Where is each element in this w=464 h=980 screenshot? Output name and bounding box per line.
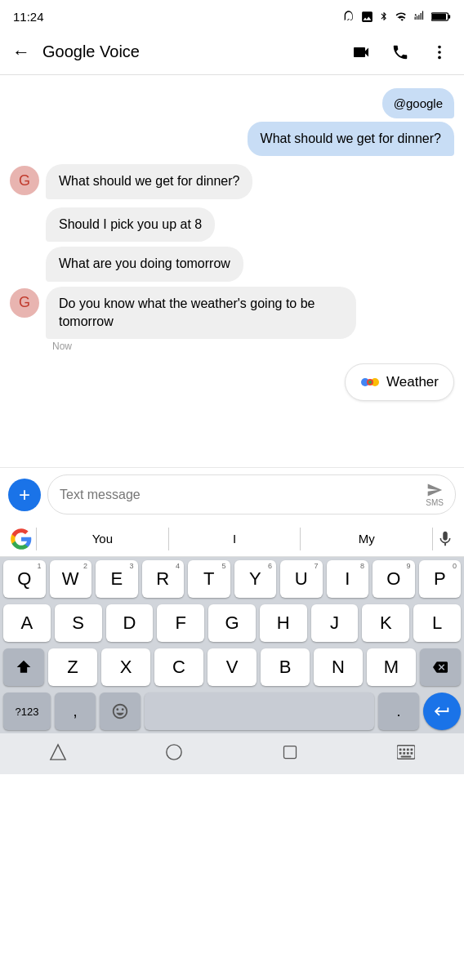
backspace-key[interactable] xyxy=(420,648,461,686)
key-q[interactable]: 1Q xyxy=(3,560,46,598)
more-icon xyxy=(431,43,448,61)
emoji-icon xyxy=(111,702,129,720)
phone-call-button[interactable] xyxy=(382,34,418,70)
nav-recents-icon xyxy=(282,744,298,760)
wifi-icon xyxy=(394,11,408,22)
shift-key[interactable] xyxy=(3,648,44,686)
key-j[interactable]: J xyxy=(311,604,359,642)
nav-keyboard-icon xyxy=(397,745,415,760)
suggestion-divider-2 xyxy=(168,528,169,550)
svg-rect-2 xyxy=(432,13,446,20)
keyboard-row-1: 1Q 2W 3E 4R 5T 6Y 7U 8I 9O 0P xyxy=(0,557,464,601)
shift-icon xyxy=(16,659,32,675)
key-w[interactable]: 2W xyxy=(50,560,92,598)
key-u[interactable]: 7U xyxy=(280,560,323,598)
key-h[interactable]: H xyxy=(260,604,307,642)
suggestion-my[interactable]: My xyxy=(304,532,429,546)
home-nav-button[interactable] xyxy=(154,740,194,764)
svg-rect-22 xyxy=(401,756,412,758)
key-r[interactable]: 4R xyxy=(142,560,185,598)
received-bubble-pickup: Should I pick you up at 8 xyxy=(46,207,215,242)
avatar-g-2: G xyxy=(10,288,39,318)
key-e[interactable]: 3E xyxy=(96,560,138,598)
svg-rect-20 xyxy=(407,752,409,755)
comma-key[interactable]: , xyxy=(55,693,96,730)
svg-rect-15 xyxy=(403,748,405,751)
key-k[interactable]: K xyxy=(362,604,409,642)
backspace-icon xyxy=(431,660,449,675)
chat-area: @google What should we get for dinner? G… xyxy=(0,75,464,467)
key-z[interactable]: Z xyxy=(48,648,97,686)
back-button[interactable]: ← xyxy=(3,34,39,70)
back-nav-button[interactable] xyxy=(38,740,78,764)
key-p[interactable]: 0P xyxy=(419,560,462,598)
symbols-key[interactable]: ?123 xyxy=(3,693,51,730)
recents-nav-button[interactable] xyxy=(270,740,310,764)
key-b[interactable]: B xyxy=(261,648,310,686)
key-m[interactable]: M xyxy=(367,648,416,686)
photo-icon xyxy=(360,10,374,24)
mic-icon xyxy=(436,530,454,548)
video-icon xyxy=(351,42,371,62)
suggestion-divider-4 xyxy=(432,528,433,550)
page-title: Google Voice xyxy=(39,42,343,61)
add-attachment-button[interactable]: + xyxy=(8,479,41,511)
svg-point-5 xyxy=(438,56,441,59)
more-options-button[interactable] xyxy=(422,34,457,70)
video-call-button[interactable] xyxy=(343,34,379,70)
key-x[interactable]: X xyxy=(101,648,150,686)
key-y[interactable]: 6Y xyxy=(234,560,277,598)
google-assistant-icon xyxy=(360,372,380,392)
enter-icon xyxy=(433,702,451,720)
keyboard-row-4: ?123 , . xyxy=(0,689,464,733)
received-message-3: What are you doing tomorrow xyxy=(10,247,454,281)
enter-key[interactable] xyxy=(423,693,461,730)
bluetooth-icon xyxy=(379,10,389,23)
suggestion-you[interactable]: You xyxy=(40,532,165,546)
keyboard-row-3: Z X C V B N M xyxy=(0,645,464,689)
svg-marker-10 xyxy=(51,745,65,760)
weather-bubble[interactable]: Weather xyxy=(345,363,454,401)
key-c[interactable]: C xyxy=(154,648,203,686)
keyboard-nav-button[interactable] xyxy=(386,740,426,764)
received-message-2: Should I pick you up at 8 xyxy=(10,207,454,242)
key-n[interactable]: N xyxy=(314,648,363,686)
svg-point-11 xyxy=(167,745,181,760)
microphone-button[interactable] xyxy=(436,530,454,548)
svg-rect-19 xyxy=(403,752,405,755)
phone-icon xyxy=(391,43,409,61)
key-a[interactable]: A xyxy=(3,604,51,642)
space-key[interactable] xyxy=(145,693,374,730)
emoji-key[interactable] xyxy=(100,693,141,730)
suggestion-i[interactable]: I xyxy=(172,532,297,546)
key-v[interactable]: V xyxy=(207,648,257,686)
key-f[interactable]: F xyxy=(157,604,204,642)
suggestion-divider-1 xyxy=(36,528,37,550)
received-bubble-weather: Do you know what the weather's going to … xyxy=(46,287,356,340)
key-s[interactable]: S xyxy=(55,604,102,642)
key-t[interactable]: 5T xyxy=(188,560,230,598)
ghost-icon xyxy=(342,10,355,23)
status-time: 11:24 xyxy=(13,10,44,24)
nav-back-icon xyxy=(49,743,67,761)
key-l[interactable]: L xyxy=(413,604,461,642)
keyboard: 1Q 2W 3E 4R 5T 6Y 7U 8I 9O 0P A S D F G … xyxy=(0,557,464,733)
period-key[interactable]: . xyxy=(378,693,419,730)
message-input-area: + SMS xyxy=(0,467,464,521)
sent-bubble-google: @google xyxy=(382,88,454,118)
key-i[interactable]: 8I xyxy=(327,560,369,598)
key-o[interactable]: 9O xyxy=(373,560,415,598)
svg-rect-16 xyxy=(407,748,409,751)
text-message-input[interactable] xyxy=(60,488,426,502)
send-sms-button[interactable]: SMS xyxy=(426,482,444,507)
key-d[interactable]: D xyxy=(106,604,154,642)
back-arrow-icon: ← xyxy=(12,42,30,63)
keyboard-row-2: A S D F G H J K L xyxy=(0,601,464,645)
key-g[interactable]: G xyxy=(208,604,256,642)
svg-rect-1 xyxy=(448,15,450,18)
sent-bubble-dinner: What should we get for dinner? xyxy=(248,122,454,156)
received-message-1: G What should we get for dinner? xyxy=(10,164,454,198)
header-actions xyxy=(343,34,457,70)
svg-rect-18 xyxy=(399,752,402,755)
signal-icon xyxy=(413,11,426,22)
